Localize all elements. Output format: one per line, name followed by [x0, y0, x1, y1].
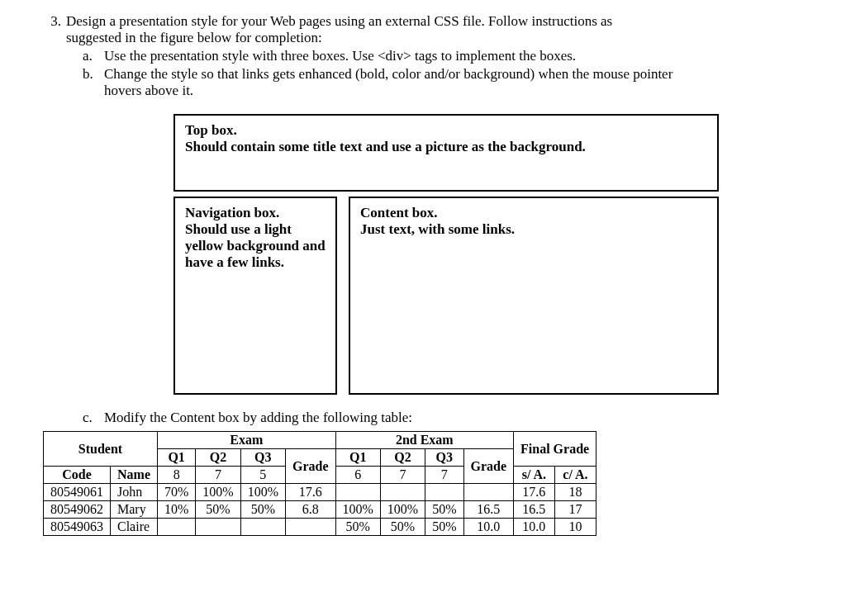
- cell-q2b: 50%: [380, 519, 425, 536]
- cell-sa: 17.6: [514, 484, 555, 501]
- subitem-a-label: a.: [66, 48, 104, 64]
- cell-code: 80549063: [44, 519, 111, 536]
- cell-q3a: 50%: [240, 501, 285, 519]
- cell-q1b: 100%: [335, 501, 380, 519]
- subitem-a-text: Use the presentation style with three bo…: [104, 48, 813, 64]
- subitem-b-label: b.: [66, 66, 104, 83]
- cell-q3b: 50%: [425, 501, 463, 519]
- cell-q1a: 10%: [157, 501, 195, 519]
- cell-code: 80549061: [44, 484, 111, 501]
- cell-ca: 17: [554, 501, 596, 519]
- cell-q3b: [425, 484, 463, 501]
- subitem-c: c. Modify the Content box by adding the …: [66, 410, 813, 426]
- cell-q2a: 50%: [196, 501, 240, 519]
- col-student: Student: [44, 432, 158, 467]
- cell-q3b: 50%: [425, 519, 463, 536]
- cell-name: Claire: [111, 519, 158, 536]
- cell-gb: 16.5: [463, 501, 514, 519]
- cell-sa: 10.0: [514, 519, 555, 536]
- cell-ga: 6.8: [285, 501, 335, 519]
- col-sa: s/ A.: [514, 467, 555, 484]
- cell-q3a: [240, 519, 285, 536]
- weight-q2b: 7: [380, 467, 425, 484]
- top-box-title: Top box.: [185, 122, 707, 139]
- table-row: 80549061 John 70% 100% 100% 17.6 17.6 18: [44, 484, 596, 501]
- cell-gb: 10.0: [463, 519, 514, 536]
- col-exam-q2: Q2: [196, 449, 240, 467]
- cell-ca: 10: [554, 519, 596, 536]
- col-exam2-q1: Q1: [335, 449, 380, 467]
- cell-ga: [285, 519, 335, 536]
- table-header-row-1: Student Exam 2nd Exam Final Grade: [44, 432, 596, 449]
- content-box: Content box. Just text, with some links.: [349, 197, 719, 395]
- nav-box-sub: Should use a light yellow background and…: [185, 221, 326, 271]
- col-exam-grade: Grade: [285, 449, 335, 484]
- col-exam2-q2: Q2: [380, 449, 425, 467]
- col-name: Name: [111, 467, 158, 484]
- cell-q1a: [157, 519, 195, 536]
- cell-ga: 17.6: [285, 484, 335, 501]
- cell-code: 80549062: [44, 501, 111, 519]
- question-3: 3. Design a presentation style for your …: [33, 13, 813, 426]
- cell-name: John: [111, 484, 158, 501]
- col-exam-q1: Q1: [157, 449, 195, 467]
- cell-ca: 18: [554, 484, 596, 501]
- content-box-sub: Just text, with some links.: [360, 221, 707, 238]
- col-ca: c/ A.: [554, 467, 596, 484]
- subitem-b: b. Change the style so that links gets e…: [66, 66, 813, 99]
- cell-q2a: [196, 519, 240, 536]
- col-exam: Exam: [157, 432, 335, 449]
- subitem-b-text-line1: Change the style so that links gets enha…: [104, 66, 673, 82]
- col-final-grade: Final Grade: [514, 432, 596, 467]
- question-number: 3.: [33, 13, 66, 30]
- cell-q1b: 50%: [335, 519, 380, 536]
- subitem-a: a. Use the presentation style with three…: [66, 48, 813, 64]
- cell-name: Mary: [111, 501, 158, 519]
- table-row: 80549062 Mary 10% 50% 50% 6.8 100% 100% …: [44, 501, 596, 519]
- cell-q1a: 70%: [157, 484, 195, 501]
- content-box-title: Content box.: [360, 205, 707, 221]
- weight-q1b: 6: [335, 467, 380, 484]
- weight-q1a: 8: [157, 467, 195, 484]
- question-text-line2: suggested in the figure below for comple…: [66, 30, 322, 45]
- cell-sa: 16.5: [514, 501, 555, 519]
- weight-q3b: 7: [425, 467, 463, 484]
- top-box-sub: Should contain some title text and use a…: [185, 139, 707, 155]
- top-box: Top box. Should contain some title text …: [173, 114, 719, 192]
- weight-q2a: 7: [196, 467, 240, 484]
- col-exam-q3: Q3: [240, 449, 285, 467]
- cell-q3a: 100%: [240, 484, 285, 501]
- cell-q2b: 100%: [380, 501, 425, 519]
- col-exam2-q3: Q3: [425, 449, 463, 467]
- weight-q3a: 5: [240, 467, 285, 484]
- grades-table: Student Exam 2nd Exam Final Grade Q1 Q2 …: [43, 431, 596, 536]
- subitem-c-label: c.: [66, 410, 104, 426]
- col-exam2-grade: Grade: [463, 449, 514, 484]
- subitem-b-text-line2: hovers above it.: [104, 83, 193, 98]
- question-body: Design a presentation style for your Web…: [66, 13, 813, 426]
- cell-gb: [463, 484, 514, 501]
- navigation-box: Navigation box. Should use a light yello…: [173, 197, 337, 395]
- table-row: 80549063 Claire 50% 50% 50% 10.0 10.0 10: [44, 519, 596, 536]
- cell-q2b: [380, 484, 425, 501]
- cell-q2a: 100%: [196, 484, 240, 501]
- col-code: Code: [44, 467, 111, 484]
- subitem-b-body: Change the style so that links gets enha…: [104, 66, 813, 99]
- layout-figure: Top box. Should contain some title text …: [173, 114, 719, 395]
- col-2nd-exam: 2nd Exam: [335, 432, 514, 449]
- nav-box-title: Navigation box.: [185, 205, 326, 221]
- cell-q1b: [335, 484, 380, 501]
- subitem-c-text: Modify the Content box by adding the fol…: [104, 410, 813, 426]
- question-text-line1: Design a presentation style for your Web…: [66, 13, 612, 29]
